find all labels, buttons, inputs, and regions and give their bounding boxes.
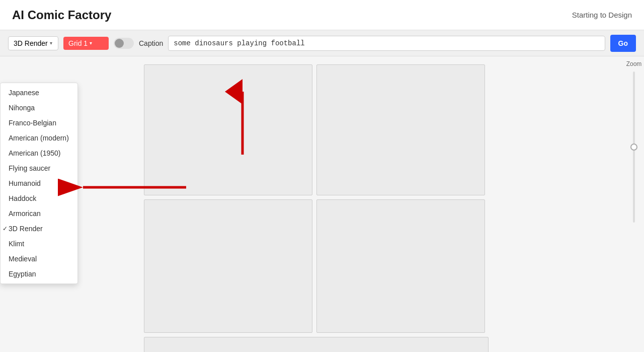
grid-dropdown-label: Grid 1 bbox=[68, 39, 88, 47]
header: AI Comic Factory Starting to Design bbox=[0, 0, 644, 30]
panel-top-right bbox=[316, 64, 485, 195]
dropdown-item-label-klimt: Klimt bbox=[9, 240, 24, 248]
dropdown-item-nihonga[interactable]: Nihonga bbox=[1, 100, 77, 115]
dropdown-item-3d-render[interactable]: ✓3D Render bbox=[1, 221, 77, 236]
grid-dropdown[interactable]: Grid 1 ▾ bbox=[63, 37, 109, 50]
caption-label: Caption bbox=[139, 39, 163, 47]
zoom-label: Zoom bbox=[626, 60, 642, 67]
dropdown-item-humanoid[interactable]: Humanoid bbox=[1, 176, 77, 191]
dropdown-item-haddock[interactable]: Haddock bbox=[1, 191, 77, 206]
dropdown-item-label-3d-render: 3D Render bbox=[9, 225, 43, 233]
dropdown-item-label-japanese: Japanese bbox=[9, 89, 39, 97]
dropdown-item-label-egyptian: Egyptian bbox=[9, 270, 36, 278]
dropdown-item-label-american-modern: American (modern) bbox=[9, 134, 69, 142]
style-dropdown[interactable]: 3D Render ▾ bbox=[8, 36, 58, 50]
dropdown-item-japanese[interactable]: Japanese bbox=[1, 85, 77, 100]
dropdown-item-franco-belgian[interactable]: Franco-Belgian bbox=[1, 115, 77, 130]
style-dropdown-label: 3D Render bbox=[14, 39, 48, 47]
style-dropdown-menu: JapaneseNihongaFranco-BelgianAmerican (m… bbox=[0, 83, 78, 284]
dropdown-item-klimt[interactable]: Klimt bbox=[1, 236, 77, 251]
toolbar: 3D Render ▾ Grid 1 ▾ Caption Go bbox=[0, 30, 644, 56]
panel-top-left bbox=[144, 64, 312, 195]
zoom-thumb[interactable] bbox=[630, 144, 637, 151]
dropdown-item-label-haddock: Haddock bbox=[9, 194, 36, 202]
zoom-track[interactable] bbox=[633, 72, 635, 223]
caption-toggle[interactable] bbox=[114, 38, 134, 49]
dropdown-item-label-flying-saucer: Flying saucer bbox=[9, 164, 50, 172]
panel-wide bbox=[144, 337, 489, 352]
dropdown-item-label-medieval: Medieval bbox=[9, 255, 37, 263]
panel-bottom-left bbox=[144, 199, 312, 333]
zoom-area: Zoom bbox=[624, 56, 644, 352]
panel-bottom-right bbox=[316, 199, 485, 333]
dropdown-item-american-1950[interactable]: American (1950) bbox=[1, 146, 77, 161]
status-text: Starting to Design bbox=[572, 11, 632, 19]
dropdown-item-label-american-1950: American (1950) bbox=[9, 149, 61, 157]
dropdown-item-flying-saucer[interactable]: Flying saucer bbox=[1, 161, 77, 176]
dropdown-item-label-franco-belgian: Franco-Belgian bbox=[9, 119, 56, 127]
dropdown-item-egyptian[interactable]: Egyptian bbox=[1, 266, 77, 281]
dropdown-item-label-armorican: Armorican bbox=[9, 209, 41, 218]
main-area: JapaneseNihongaFranco-BelgianAmerican (m… bbox=[0, 56, 644, 352]
panels-area bbox=[136, 56, 644, 352]
check-icon: ✓ bbox=[3, 225, 8, 232]
style-chevron-icon: ▾ bbox=[50, 40, 52, 46]
dropdown-item-medieval[interactable]: Medieval bbox=[1, 251, 77, 266]
caption-toggle-container bbox=[114, 38, 134, 49]
go-button[interactable]: Go bbox=[610, 35, 636, 52]
app-title: AI Comic Factory bbox=[12, 8, 111, 22]
dropdown-item-label-humanoid: Humanoid bbox=[9, 179, 41, 187]
dropdown-item-armorican[interactable]: Armorican bbox=[1, 206, 77, 221]
dropdown-item-label-nihonga: Nihonga bbox=[9, 104, 35, 112]
caption-input[interactable] bbox=[168, 36, 605, 51]
grid-chevron-icon: ▾ bbox=[90, 40, 92, 46]
dropdown-item-american-modern[interactable]: American (modern) bbox=[1, 130, 77, 146]
toggle-knob bbox=[115, 39, 124, 48]
